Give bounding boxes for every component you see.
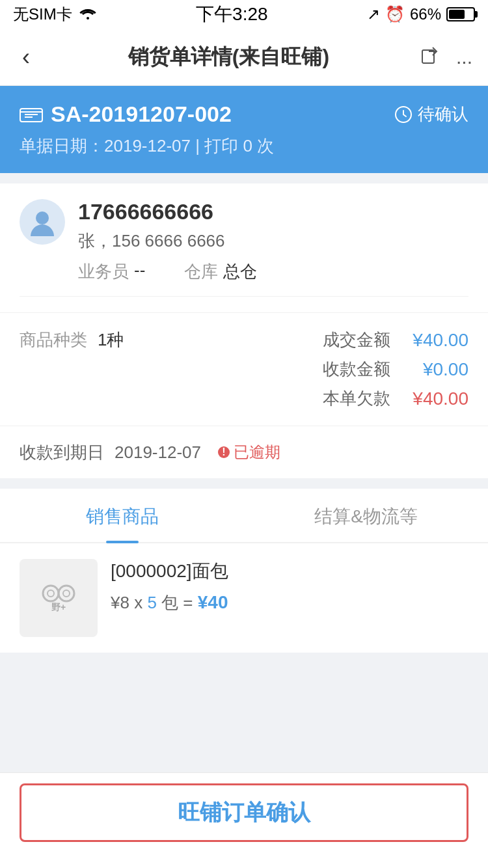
- received-value: ¥0.00: [403, 359, 468, 380]
- status-left: 无SIM卡: [13, 4, 97, 25]
- order-id: SA-20191207-002: [20, 102, 232, 127]
- customer-avatar: [20, 199, 65, 245]
- product-count-value: 1种: [98, 329, 124, 351]
- balance-label: 本单欠款: [323, 387, 390, 410]
- sales-rep-value: --: [134, 260, 145, 283]
- sales-rep-item: 业务员 --: [78, 260, 145, 283]
- battery-percent: 66%: [410, 5, 441, 23]
- customer-info: 17666666666 张，156 6666 6666 业务员 -- 仓库 总仓: [20, 199, 468, 297]
- svg-point-4: [36, 211, 49, 224]
- more-icon[interactable]: ...: [456, 46, 472, 68]
- nav-bar: ‹ 销货单详情(来自旺铺) ...: [0, 29, 488, 86]
- status-bar: 无SIM卡 下午3:28 ↗ ⏰ 66%: [0, 0, 488, 29]
- status-right: ↗ ⏰ 66%: [367, 5, 475, 23]
- tab-settlement[interactable]: 结算&物流等: [244, 489, 488, 542]
- alarm-icon: ⏰: [385, 5, 405, 23]
- svg-point-5: [43, 586, 59, 601]
- confirm-order-button[interactable]: 旺铺订单确认: [20, 783, 468, 842]
- warehouse-item: 仓库 总仓: [184, 260, 257, 283]
- order-header-top: SA-20191207-002 待确认: [20, 102, 468, 127]
- tabs-header: 销售商品 结算&物流等: [0, 489, 488, 543]
- received-label: 收款金额: [323, 358, 390, 381]
- bottom-spacer: [0, 653, 488, 783]
- product-info: [0000002]面包 ¥8 x 5 包 = ¥40: [111, 559, 468, 614]
- due-date-value: 2019-12-07: [115, 442, 201, 463]
- due-date-section: 收款到期日 2019-12-07 ! 已逾期: [0, 426, 488, 478]
- transaction-value: ¥40.00: [403, 330, 468, 351]
- order-status: 待确认: [394, 103, 468, 126]
- summary-section: 商品种类 1种 成交金额 ¥40.00 收款金额 ¥0.00 本单欠款 ¥40.…: [0, 312, 488, 426]
- equals-sign: =: [183, 593, 197, 612]
- overdue-text: 已逾期: [234, 442, 280, 463]
- balance-row: 本单欠款 ¥40.00: [323, 387, 468, 410]
- wifi-icon: [79, 5, 97, 23]
- page-title: 销货单详情(来自旺铺): [128, 43, 329, 72]
- back-button[interactable]: ‹: [16, 37, 36, 77]
- battery-icon: [446, 7, 475, 21]
- customer-meta: 业务员 -- 仓库 总仓: [78, 260, 468, 283]
- customer-section: 17666666666 张，156 6666 6666 业务员 -- 仓库 总仓: [0, 183, 488, 312]
- order-header: SA-20191207-002 待确认 单据日期：2019-12-07 | 打印…: [0, 86, 488, 173]
- svg-point-6: [47, 590, 54, 597]
- sales-rep-label: 业务员: [78, 260, 129, 283]
- amounts-section: 成交金额 ¥40.00 收款金额 ¥0.00 本单欠款 ¥40.00: [323, 329, 468, 410]
- unit-text: 包: [161, 593, 178, 612]
- share-icon[interactable]: [421, 45, 441, 69]
- product-count-section: 商品种类 1种: [20, 329, 124, 351]
- product-item: 野+ [0000002]面包 ¥8 x 5 包 = ¥40: [0, 543, 488, 653]
- unit-price: ¥8: [111, 593, 129, 612]
- balance-value: ¥40.00: [403, 388, 468, 409]
- customer-id: 17666666666: [78, 199, 468, 224]
- overdue-icon: !: [218, 446, 230, 458]
- summary-content: 商品种类 1种 成交金额 ¥40.00 收款金额 ¥0.00 本单欠款 ¥40.…: [0, 313, 488, 426]
- customer-phone: 张，156 6666 6666: [78, 230, 468, 252]
- svg-point-7: [59, 586, 74, 601]
- received-row: 收款金额 ¥0.00: [323, 358, 468, 381]
- location-icon: ↗: [367, 5, 380, 23]
- transaction-label: 成交金额: [323, 329, 390, 351]
- svg-point-8: [63, 590, 70, 597]
- product-price: ¥8 x 5 包 = ¥40: [111, 591, 468, 614]
- status-time: 下午3:28: [196, 2, 268, 27]
- product-total: ¥40: [198, 592, 228, 612]
- customer-details: 17666666666 张，156 6666 6666 业务员 -- 仓库 总仓: [78, 199, 468, 283]
- due-date-label: 收款到期日: [20, 441, 104, 464]
- overdue-badge: ! 已逾期: [211, 439, 287, 465]
- multiply-sign: x: [134, 593, 147, 612]
- battery-fill: [449, 10, 465, 19]
- product-qty: 5: [147, 593, 156, 612]
- order-date: 单据日期：2019-12-07 | 打印 0 次: [20, 135, 468, 157]
- product-name: [0000002]面包: [111, 559, 468, 584]
- tabs-section: 销售商品 结算&物流等 野+ [0000002]面包 ¥8 x: [0, 489, 488, 653]
- transaction-row: 成交金额 ¥40.00: [323, 329, 468, 351]
- bottom-bar: 旺铺订单确认: [0, 772, 488, 868]
- tab-sales-products[interactable]: 销售商品: [0, 489, 244, 542]
- nav-actions: ...: [421, 45, 472, 69]
- product-image: 野+: [20, 559, 98, 637]
- carrier-text: 无SIM卡: [13, 4, 72, 25]
- warehouse-label: 仓库: [184, 260, 218, 283]
- product-types-label: 商品种类: [20, 329, 87, 351]
- svg-text:野+: 野+: [51, 602, 66, 612]
- warehouse-value: 总仓: [223, 260, 257, 283]
